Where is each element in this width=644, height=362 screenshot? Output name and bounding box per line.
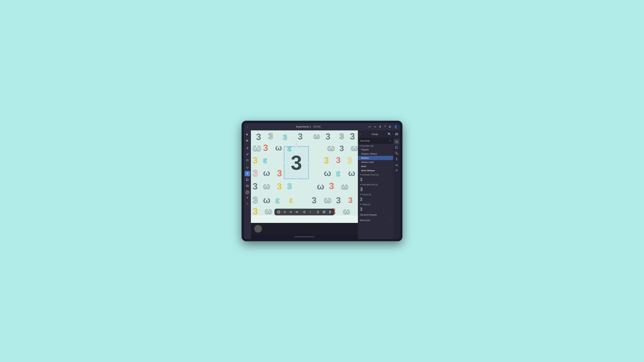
svg-rect-8 <box>246 185 248 187</box>
marker-tool[interactable] <box>245 201 250 206</box>
shape-tool[interactable] <box>245 165 250 170</box>
color-swatch[interactable] <box>246 191 249 194</box>
crop-tool[interactable] <box>245 177 250 182</box>
kerning-button[interactable]: VA <box>288 210 293 214</box>
svg-text:ω: ω <box>324 195 332 205</box>
variant-regular[interactable]: Regular <box>358 147 393 152</box>
variant-medium-italic[interactable]: Medium Italic <box>358 160 393 164</box>
direct-select-tool[interactable] <box>245 138 250 143</box>
svg-text:3: 3 <box>340 144 344 153</box>
svg-rect-73 <box>317 212 319 213</box>
galvji-family-header[interactable]: Galvji (2) <box>358 202 393 206</box>
effects-button[interactable] <box>302 210 307 214</box>
eurostile-family-header[interactable]: Eurostile (10) <box>358 144 393 147</box>
transform-panel-button[interactable] <box>394 150 399 156</box>
more-fonts-chevron-icon: › <box>390 219 391 222</box>
paragraph-button[interactable] <box>294 210 299 214</box>
eurostile-cond-family-header[interactable]: Eurostile Cond (4) <box>358 173 393 176</box>
more-settings-panel-button[interactable] <box>394 168 399 173</box>
fonts-back-button[interactable]: ‹ <box>360 133 361 136</box>
pencil-tool[interactable] <box>245 151 250 157</box>
layers-panel-button[interactable] <box>394 131 399 137</box>
svg-text:3: 3 <box>252 181 258 191</box>
svg-text:3: 3 <box>350 131 355 141</box>
svg-text:ω: ω <box>327 143 335 153</box>
svg-point-98 <box>396 170 397 171</box>
eurostile-extd-family-name: Eurostile Extd (5) <box>362 184 378 186</box>
svg-text:3: 3 <box>312 195 317 205</box>
ganache-regular-item[interactable]: Ganache Regular <box>358 212 393 217</box>
right-area: ‹ Fonts 🔍 <box>358 130 400 239</box>
user-button[interactable]: 👤 <box>394 124 398 129</box>
futura-family-header[interactable]: Futura (5) <box>358 192 393 196</box>
more-fonts-row[interactable]: More fonts › <box>358 217 393 223</box>
right-toolbar-top <box>393 130 400 138</box>
home-indicator <box>251 235 358 239</box>
eurostile-extd-preview: Ǝ <box>358 186 393 192</box>
properties-panel-button[interactable] <box>394 145 399 150</box>
text-tool[interactable]: T <box>245 171 250 176</box>
top-bar-right: ↩ ↪ ⬆ ? ⚙ 👤 <box>368 124 398 129</box>
frame-button[interactable] <box>276 210 281 214</box>
path-panel-button[interactable] <box>394 162 399 167</box>
fonts-list[interactable]: Eurostile (10) Regular Regular Oblique M… <box>358 144 393 239</box>
svg-text:3: 3 <box>298 132 303 141</box>
adjustments-panel-button[interactable] <box>394 139 399 144</box>
svg-rect-74 <box>323 211 324 213</box>
toolbar-separator-1 <box>246 144 249 144</box>
canvas-area[interactable]: 3 3 3 3 ω 3 3 3 ω 3 ω ε ω <box>251 130 358 223</box>
eurostile-extd-preview-char: Ǝ <box>360 187 363 192</box>
svg-text:3: 3 <box>277 168 282 178</box>
settings-button[interactable]: ⚙ <box>388 124 392 129</box>
add-font-button[interactable]: + <box>389 139 391 143</box>
svg-rect-90 <box>395 152 397 153</box>
panel-top-row: ‹ Fonts 🔍 <box>358 130 400 138</box>
eurostile-family-name: Eurostile (10) <box>362 145 374 147</box>
delete-button[interactable] <box>328 210 332 214</box>
share-button[interactable]: ⬆ <box>378 124 382 129</box>
pen-tool[interactable] <box>245 145 250 151</box>
variant-bold[interactable]: Bold <box>358 164 393 168</box>
svg-rect-75 <box>324 211 325 213</box>
svg-text:ω: ω <box>343 207 350 215</box>
variant-bold-oblique[interactable]: Bold Oblique <box>358 168 393 173</box>
svg-text:3: 3 <box>348 196 353 205</box>
svg-text:ε: ε <box>275 195 280 205</box>
selection-box: 3 <box>284 146 309 179</box>
layer-thumbnail[interactable] <box>254 225 262 233</box>
panel-body-row: Your fonts + Eurostile (10) Regular Regu… <box>358 138 400 239</box>
svg-point-82 <box>396 141 396 142</box>
image-tool[interactable] <box>245 183 250 188</box>
svg-text:3: 3 <box>283 133 287 141</box>
adjust-tool[interactable] <box>245 195 250 200</box>
zoom-level[interactable]: 51.27% <box>312 125 322 128</box>
variant-regular-oblique[interactable]: Regular Oblique <box>358 152 393 156</box>
lock-button[interactable] <box>316 210 320 214</box>
duplicate-button[interactable] <box>322 210 326 214</box>
svg-text:3: 3 <box>324 155 329 165</box>
ganache-regular-label: Ganache Regular <box>360 214 377 216</box>
select-tool[interactable] <box>245 132 250 137</box>
text-panel-button[interactable]: T <box>394 156 399 162</box>
undo-button[interactable]: ↩ <box>368 124 372 129</box>
eurostile-extd-family-header[interactable]: Eurostile Extd (5) <box>358 183 393 186</box>
svg-rect-81 <box>396 135 398 135</box>
fonts-panel-title: Fonts <box>362 133 388 136</box>
redo-button[interactable]: ↪ <box>373 124 377 129</box>
selection-container[interactable]: 3 <box>284 146 309 179</box>
svg-text:3: 3 <box>252 168 258 178</box>
svg-text:3: 3 <box>268 132 273 141</box>
variant-medium[interactable]: Medium <box>358 156 393 160</box>
rotation-handle[interactable] <box>296 141 297 143</box>
char-display: 3 <box>291 151 302 174</box>
fonts-search-button[interactable]: 🔍 <box>388 133 391 136</box>
eraser-tool[interactable] <box>245 157 250 163</box>
align-text-button[interactable]: T <box>282 210 287 214</box>
help-button[interactable]: ? <box>384 124 386 129</box>
eurostile-triangle <box>360 145 361 147</box>
add-button[interactable]: + <box>308 210 313 214</box>
svg-rect-76 <box>330 211 331 213</box>
back-button[interactable]: ‹ <box>246 124 250 129</box>
context-toolbar: T VA + <box>274 209 334 215</box>
galvji-triangle <box>360 204 362 205</box>
